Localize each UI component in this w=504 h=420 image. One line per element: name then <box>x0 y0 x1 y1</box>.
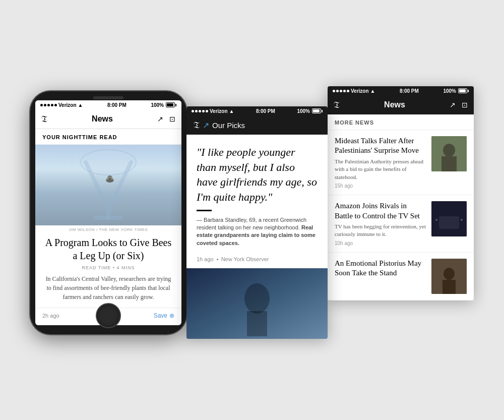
svg-rect-13 <box>439 216 459 229</box>
status-right-3: 100% <box>443 88 469 94</box>
nav-bar-1: 𝔗 News ↗ ⊡ <box>35 110 181 129</box>
time-display-2: 8:00 PM <box>256 108 275 114</box>
nav-bar-3: 𝔗 News ↗ ⊡ <box>328 96 474 114</box>
news-item-title-1: Mideast Talks Falter After Palestinians'… <box>335 136 426 156</box>
news-item-text-2: Amazon Joins Rivals in Battle to Control… <box>335 201 426 246</box>
quote-divider <box>197 210 212 211</box>
article-image-2 <box>186 268 328 339</box>
battery-tip-2 <box>322 110 323 112</box>
battery-percent: 100% <box>151 102 164 108</box>
news-item-title-3: An Emotional Pistorius May Soon Take the… <box>335 259 426 278</box>
attribution-regular: — Barbara Standley, 69, a recent Greenwi… <box>197 217 306 230</box>
share-icon-3[interactable]: ↗ <box>450 101 456 109</box>
battery-body-3 <box>458 88 467 93</box>
time-display: 8:00 PM <box>107 102 127 108</box>
nyt-logo[interactable]: 𝔗 <box>41 114 47 125</box>
amazon-thumbnail-svg <box>431 201 467 236</box>
pistorius-thumbnail-svg <box>431 259 467 294</box>
carrier-name-2: Verizon <box>210 108 228 114</box>
svg-rect-15 <box>461 219 463 221</box>
battery-tip <box>175 104 176 106</box>
nyt-logo-3: 𝔗 <box>334 100 340 110</box>
svg-point-10 <box>443 144 455 157</box>
wifi-icon-3: ▲ <box>370 88 375 94</box>
time-display-3: 8:00 PM <box>400 88 419 94</box>
signal-dot <box>192 110 194 112</box>
pistorius-thumbnail <box>431 259 467 294</box>
nav-title-3: News <box>384 100 405 109</box>
mideast-thumbnail <box>431 136 467 171</box>
share-icon[interactable]: ↗ <box>157 115 163 124</box>
quote-source: New York Observer <box>221 256 269 262</box>
status-bar-1: Verizon ▲ 8:00 PM 100% <box>35 100 181 110</box>
signal-dots-2 <box>192 110 208 112</box>
quote-timestamp: 1h ago <box>197 256 214 262</box>
battery-percent-3: 100% <box>443 88 456 94</box>
signal-dot <box>206 110 208 112</box>
article-title-1: A Program Looks to Give Bees a Leg Up (o… <box>35 233 181 264</box>
our-picks-nav: 𝔗 ↗ Our Picks <box>186 116 328 135</box>
signal-dot <box>40 104 43 106</box>
phone-3-screen: Verizon ▲ 8:00 PM 100% 𝔗 News <box>328 86 474 301</box>
news-item-desc-1: The Palestinian Authority presses ahead … <box>335 158 426 181</box>
battery-icon <box>166 102 176 107</box>
nav-icons-3: ↗ ⊡ <box>450 101 468 109</box>
carrier-name: Verizon <box>58 102 77 108</box>
bookmark-icon[interactable]: ⊡ <box>169 115 175 124</box>
article-footer-1: 2h ago Save ⊕ <box>35 308 181 325</box>
status-bar-3: Verizon ▲ 8:00 PM 100% <box>328 86 474 96</box>
news-item-1[interactable]: Mideast Talks Falter After Palestinians'… <box>328 130 474 195</box>
news-thumb-3 <box>431 259 467 294</box>
news-item-2[interactable]: Amazon Joins Rivals in Battle to Control… <box>328 195 474 253</box>
picks-arrow-icon: ↗ <box>203 121 209 130</box>
more-news-label: MORE NEWS <box>328 114 474 130</box>
mideast-thumbnail-svg <box>431 136 467 171</box>
nyt-t-logo: 𝔗 <box>41 114 47 125</box>
signal-dot <box>202 110 205 112</box>
signal-dots-3 <box>333 90 349 92</box>
signal-dot <box>336 90 339 92</box>
article-card-1[interactable]: YOUR NIGHTTIME READ <box>35 129 181 325</box>
battery-percent-2: 100% <box>297 108 310 114</box>
signal-dot <box>54 104 57 106</box>
save-button[interactable]: Save ⊕ <box>154 312 174 319</box>
quote-section: "I like people younger than myself, but … <box>186 135 328 252</box>
news-thumb-2 <box>431 201 467 236</box>
bookmark-icon-3[interactable]: ⊡ <box>462 101 468 109</box>
news-item-3[interactable]: An Emotional Pistorius May Soon Take the… <box>328 253 474 301</box>
quote-text: "I like people younger than myself, but … <box>197 145 318 205</box>
battery-tip-3 <box>468 90 469 92</box>
news-item-time-1: 15h ago <box>335 183 426 189</box>
status-left-1: Verizon ▲ <box>40 102 83 108</box>
battery-icon-2 <box>312 108 323 113</box>
signal-dot <box>51 104 53 106</box>
phone-1-screen: Verizon ▲ 8:00 PM 100% <box>35 100 181 325</box>
svg-rect-14 <box>435 219 437 221</box>
article-timestamp-1: 2h ago <box>42 313 59 319</box>
news-item-text-1: Mideast Talks Falter After Palestinians'… <box>335 136 426 189</box>
svg-rect-18 <box>443 280 456 294</box>
svg-point-17 <box>444 268 455 280</box>
wifi-icon-2: ▲ <box>229 108 234 114</box>
status-right-2: 100% <box>297 108 323 114</box>
svg-point-7 <box>244 283 270 314</box>
nav-icons-1: ↗ ⊡ <box>157 115 175 124</box>
battery-fill-3 <box>459 89 466 92</box>
signal-dot <box>195 110 198 112</box>
article-image-1 <box>35 145 181 225</box>
signal-dot <box>343 90 346 92</box>
signal-dot <box>347 90 349 92</box>
signal-dot <box>333 90 335 92</box>
article-description-1: In California's Central Valley, research… <box>35 274 181 308</box>
amazon-thumbnail <box>431 201 467 236</box>
image-source: JIM WILSON / THE NEW YORK TIMES <box>35 225 181 233</box>
carrier-name-3: Verizon <box>351 88 369 94</box>
our-picks-title: Our Picks <box>212 121 245 130</box>
signal-dot <box>47 104 50 106</box>
phone-1: Verizon ▲ 8:00 PM 100% <box>30 91 186 334</box>
section-label: YOUR NIGHTTIME READ <box>35 129 181 145</box>
battery-body-2 <box>312 108 321 113</box>
signal-dot <box>44 104 46 106</box>
wifi-icon: ▲ <box>78 102 83 108</box>
quote-attribution: — Barbara Standley, 69, a recent Greenwi… <box>197 216 318 248</box>
